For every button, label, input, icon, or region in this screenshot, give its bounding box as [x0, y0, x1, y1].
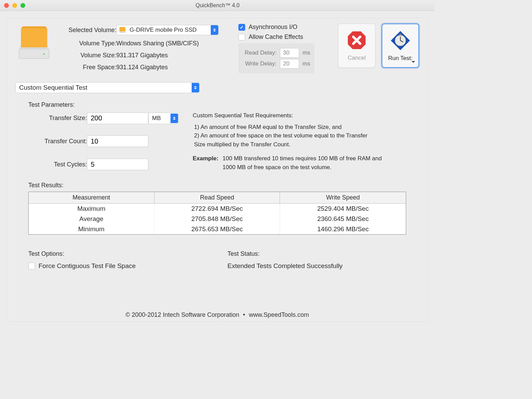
requirements-text: Custom Sequential Test Requirements: 1) …	[193, 111, 419, 172]
cache-effects-checkbox[interactable]	[238, 34, 245, 41]
transfer-size-input[interactable]	[87, 113, 148, 124]
svg-rect-2	[21, 29, 47, 47]
transfer-size-unit-value: MB	[149, 115, 171, 122]
selected-volume-value: G-DRIVE mobile Pro SSD	[128, 27, 211, 33]
force-contiguous-checkbox[interactable]	[28, 263, 35, 269]
run-test-menu-arrow-icon	[412, 61, 415, 64]
test-status-label: Test Status:	[227, 250, 406, 257]
example-label: Example:	[193, 154, 219, 172]
async-io-checkbox[interactable]	[238, 24, 245, 31]
footer-url: www.SpeedTools.com	[249, 311, 309, 318]
volume-size-label: Volume Size:	[59, 52, 116, 59]
window-title: QuickBench™ 4.0	[25, 2, 410, 9]
write-delay-input[interactable]	[280, 59, 299, 69]
table-row: Maximum 2722.694 MB/Sec 2529.404 MB/Sec	[29, 204, 406, 214]
footer: © 2000-2012 Intech Software Corporation …	[7, 311, 427, 319]
cell-write: 1460.296 MB/Sec	[280, 224, 406, 234]
free-space-label: Free Space:	[59, 64, 116, 71]
requirements-line-1: 1) An amount of free RAM equal to the Tr…	[193, 123, 416, 132]
window-controls	[4, 3, 25, 8]
cancel-icon	[346, 29, 368, 51]
drive-icon	[15, 26, 53, 63]
volume-size-value: 931.317 Gigabytes	[116, 52, 219, 59]
cell-measurement: Average	[29, 214, 154, 224]
dropdown-arrows-icon	[171, 114, 178, 123]
svg-rect-0	[19, 49, 49, 59]
cancel-button[interactable]: Cancel	[338, 24, 375, 68]
transfer-count-label: Transfer Count:	[29, 138, 87, 145]
footer-copyright: © 2000-2012 Intech Software Corporation	[125, 311, 239, 318]
minimize-icon[interactable]	[12, 3, 17, 8]
example-text: 100 MB transfered 10 times requires 100 …	[223, 154, 386, 172]
volume-type-value: Windows Sharing (SMB/CIFS)	[116, 40, 219, 47]
test-status-value: Extended Tests Completed Successfully	[227, 262, 406, 270]
read-delay-label: Read Delay:	[242, 49, 277, 56]
requirements-line-2: 2) An amount of free space on the test v…	[193, 131, 370, 149]
svg-rect-6	[119, 31, 125, 33]
svg-point-4	[43, 53, 44, 55]
svg-marker-3	[21, 26, 47, 29]
test-type-value: Custom Sequential Test	[16, 84, 192, 91]
free-space-value: 931.124 Gigabytes	[116, 64, 219, 71]
transfer-size-label: Transfer Size:	[29, 115, 87, 122]
async-io-label: Asynchronous I/O	[249, 24, 297, 31]
volume-info: Selected Volume: G-DRIVE mobile Pro SSD …	[59, 25, 219, 71]
results-table: Measurement Read Speed Write Speed Maxim…	[28, 192, 406, 235]
read-delay-input[interactable]	[280, 48, 299, 58]
cell-read: 2722.694 MB/Sec	[154, 204, 280, 214]
maximize-icon[interactable]	[20, 3, 25, 8]
cell-read: 2675.653 MB/Sec	[154, 224, 280, 234]
col-read-speed: Read Speed	[154, 192, 280, 204]
stopwatch-icon	[389, 30, 411, 51]
selected-volume-label: Selected Volume:	[59, 27, 116, 34]
cell-write: 2360.645 MB/Sec	[280, 214, 406, 224]
test-parameters: Transfer Size: MB Transfer Count: Test C…	[29, 111, 182, 172]
cache-effects-label: Allow Cache Effects	[249, 33, 303, 41]
test-parameters-label: Test Parameters:	[28, 101, 419, 108]
selected-volume-dropdown[interactable]: G-DRIVE mobile Pro SSD	[116, 25, 219, 35]
svg-rect-5	[119, 27, 125, 31]
transfer-size-unit-dropdown[interactable]: MB	[148, 113, 178, 124]
run-test-button[interactable]: Run Test:	[382, 24, 419, 68]
test-cycles-label: Test Cycles:	[29, 161, 87, 168]
cell-measurement: Minimum	[29, 224, 154, 234]
table-row: Average 2705.848 MB/Sec 2360.645 MB/Sec	[29, 214, 406, 224]
test-cycles-input[interactable]	[87, 159, 148, 170]
cell-read: 2705.848 MB/Sec	[154, 214, 280, 224]
dropdown-arrows-icon	[211, 25, 218, 35]
titlebar: QuickBench™ 4.0	[0, 0, 434, 11]
cell-write: 2529.404 MB/Sec	[280, 204, 406, 214]
test-options-label: Test Options:	[28, 250, 207, 257]
close-icon[interactable]	[4, 3, 9, 8]
test-results-label: Test Results:	[28, 182, 419, 189]
read-delay-unit: ms	[302, 49, 310, 56]
transfer-count-input[interactable]	[87, 135, 148, 147]
volume-type-label: Volume Type:	[59, 40, 116, 47]
test-type-dropdown[interactable]: Custom Sequential Test	[15, 82, 200, 93]
write-delay-label: Write Delay:	[242, 60, 277, 67]
table-row: Minimum 2675.653 MB/Sec 1460.296 MB/Sec	[29, 224, 406, 234]
run-test-label: Run Test:	[388, 55, 413, 62]
requirements-title: Custom Sequential Test Requirements:	[193, 111, 416, 120]
write-delay-unit: ms	[302, 60, 310, 67]
cancel-label: Cancel	[348, 55, 366, 61]
col-write-speed: Write Speed	[280, 192, 406, 204]
svg-rect-10	[399, 34, 401, 35]
main-panel: Selected Volume: G-DRIVE mobile Pro SSD …	[7, 18, 428, 322]
dropdown-arrows-icon	[192, 83, 199, 92]
io-options: Asynchronous I/O Allow Cache Effects Rea…	[238, 24, 314, 73]
force-contiguous-label: Force Contiguous Test File Space	[39, 262, 136, 270]
col-measurement: Measurement	[29, 192, 154, 204]
disk-mini-icon	[119, 26, 126, 34]
cell-measurement: Maximum	[29, 204, 154, 214]
